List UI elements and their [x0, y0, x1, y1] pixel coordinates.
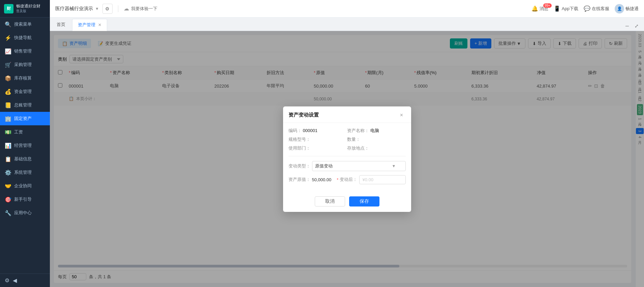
notifications-button[interactable]: 🔔 消息 99+: [531, 5, 548, 12]
sidebar-item-label: 工资: [14, 129, 23, 135]
notifications-badge: 99+: [543, 3, 552, 8]
sidebar-nav: 🔍搜索菜单⚡快捷导航📈销售管理🛒采购管理📦库存核算💰资金管理📒总账管理🏢固定资产…: [0, 18, 50, 274]
modal-location-field: 存放地点：: [347, 145, 406, 151]
modal-save-button[interactable]: 保存: [349, 196, 379, 206]
sidebar-item-label: 销售管理: [14, 48, 32, 54]
sidebar-item-quick-nav[interactable]: ⚡快捷导航: [0, 31, 50, 44]
modal-header: 资产变动设置 ×: [283, 106, 411, 123]
online-service-button[interactable]: 💬 在线客服: [584, 5, 609, 12]
required-marker: *: [337, 177, 338, 182]
sidebar-item-purchase[interactable]: 🛒采购管理: [0, 58, 50, 71]
tabbar: 首页 资产管理 ✕ ─ ⤢: [50, 18, 644, 31]
modal-asset-name-value: 电脑: [370, 128, 379, 134]
modal-overlay: 资产变动设置 × 编码： 000001 资产名称： 电脑: [50, 31, 644, 287]
modal-code-value: 000001: [303, 128, 317, 133]
user-button[interactable]: 👤 畅捷通: [615, 4, 639, 13]
modal-asset-name-field: 资产名称： 电脑: [347, 128, 406, 134]
user-avatar: 👤: [615, 4, 624, 13]
sidebar-item-operations[interactable]: 📊经营管理: [0, 139, 50, 152]
change-type-select[interactable]: 原值变动 ▼: [312, 161, 406, 171]
after-change-input[interactable]: [359, 175, 405, 184]
modal-spec-label: 规格型号：: [288, 136, 310, 142]
topbar-settings-button[interactable]: ⚙: [102, 4, 113, 14]
modal-quantity-label: 数量：: [347, 136, 360, 142]
sidebar-item-label: 库存核算: [14, 75, 32, 81]
logo-icon: 财: [4, 4, 13, 13]
company-name: 医疗器械行业演示: [55, 6, 93, 12]
sidebar-item-label: 固定资产: [14, 116, 32, 122]
sidebar-item-label: 经营管理: [14, 142, 32, 149]
tab-close-icon[interactable]: ✕: [98, 23, 101, 27]
modal-cancel-button[interactable]: 取消: [315, 196, 345, 206]
operations-icon: 📊: [5, 142, 11, 149]
change-type-row: 变动类型： 原值变动 ▼: [288, 161, 406, 171]
sidebar-footer: ⚙ ◀: [0, 274, 50, 287]
sidebar-item-beginner[interactable]: 🎯新手引导: [0, 193, 50, 206]
sidebar-item-app-center[interactable]: 🔧应用中心: [0, 206, 50, 220]
beginner-icon: 🎯: [5, 196, 11, 203]
sidebar-item-system[interactable]: ⚙️系统管理: [0, 166, 50, 179]
modal-location-label: 存放地点：: [347, 145, 369, 151]
modal-dept-field: 使用部门：: [288, 145, 347, 151]
tab-asset-mgmt[interactable]: 资产管理 ✕: [72, 19, 107, 31]
sidebar-item-search[interactable]: 🔍搜索菜单: [0, 18, 50, 31]
company-selector[interactable]: 医疗器械行业演示 ▼: [55, 6, 99, 12]
experience-button[interactable]: ☁ 我要体验一下: [124, 5, 157, 12]
sidebar-logo: 财 畅捷通好业财 普及版: [0, 0, 50, 18]
sidebar-item-inventory[interactable]: 📦库存核算: [0, 71, 50, 85]
service-icon: 💬: [584, 5, 590, 12]
sidebar-item-enterprise[interactable]: 🤝企业协同: [0, 179, 50, 193]
modal-dept-label: 使用部门：: [288, 145, 310, 151]
quick-nav-icon: ⚡: [5, 34, 11, 41]
system-icon: ⚙️: [5, 169, 11, 176]
sidebar-item-label: 总账管理: [14, 102, 32, 108]
value-row: 资产原值： 50,000.00 * 变动后：: [288, 175, 406, 184]
finance-icon: 💰: [5, 88, 11, 95]
sidebar-item-label: 采购管理: [14, 62, 32, 68]
collapse-icon[interactable]: ◀: [13, 277, 17, 284]
modal-quantity-field: 数量：: [347, 136, 406, 142]
modal-footer: 取消 保存: [283, 193, 411, 212]
basic-info-icon: 📋: [5, 156, 11, 162]
sidebar-item-label: 系统管理: [14, 169, 32, 176]
sidebar-item-label: 新手引导: [14, 196, 32, 202]
bell-icon: 🔔: [531, 5, 538, 12]
sidebar-item-sales[interactable]: 📈销售管理: [0, 44, 50, 58]
sidebar-item-label: 基础信息: [14, 156, 32, 162]
sidebar: 财 畅捷通好业财 普及版 🔍搜索菜单⚡快捷导航📈销售管理🛒采购管理📦库存核算💰资…: [0, 0, 50, 287]
sidebar-item-label: 应用中心: [14, 210, 32, 216]
tab-expand-button[interactable]: ⤢: [632, 21, 641, 31]
inventory-icon: 📦: [5, 75, 11, 82]
sidebar-item-basic-info[interactable]: 📋基础信息: [0, 152, 50, 166]
change-type-label: 变动类型：: [288, 163, 312, 169]
tab-home[interactable]: 首页: [51, 19, 71, 31]
sidebar-item-fixed-assets[interactable]: 🏢固定资产: [0, 112, 50, 125]
modal-code-field: 编码： 000001: [288, 128, 347, 134]
app-center-icon: 🔧: [5, 210, 11, 216]
modal-body: 编码： 000001 资产名称： 电脑 规格型号： 数量：: [283, 123, 411, 193]
download-icon: 📱: [554, 5, 560, 12]
after-change-label: 变动后：: [340, 177, 357, 183]
tab-minimize-button[interactable]: ─: [622, 21, 632, 31]
sales-icon: 📈: [5, 48, 11, 55]
app-download-button[interactable]: 📱 App下载: [554, 5, 578, 12]
sidebar-item-ledger[interactable]: 📒总账管理: [0, 98, 50, 112]
modal-title: 资产变动设置: [288, 112, 398, 118]
fixed-assets-icon: 🏢: [5, 115, 11, 122]
search-icon: 🔍: [5, 21, 11, 28]
original-value-label: 资产原值：: [288, 177, 312, 183]
modal-info-grid: 编码： 000001 资产名称： 电脑 规格型号： 数量：: [288, 128, 406, 156]
sidebar-item-payroll[interactable]: 💵工资: [0, 125, 50, 139]
sidebar-item-label: 资金管理: [14, 89, 32, 95]
asset-change-modal: 资产变动设置 × 编码： 000001 资产名称： 电脑: [283, 106, 411, 212]
content-area: 📋 资产明细 📝 变更生成凭证 刷账 + 新增 批量操作 ▼: [50, 31, 644, 287]
payroll-icon: 💵: [5, 129, 11, 135]
sidebar-item-finance[interactable]: 💰资金管理: [0, 85, 50, 98]
modal-code-label: 编码：: [288, 128, 302, 134]
settings-icon[interactable]: ⚙: [5, 277, 9, 284]
change-type-arrow-icon: ▼: [392, 164, 396, 168]
cloud-icon: ☁: [124, 5, 129, 12]
modal-close-button[interactable]: ×: [398, 111, 406, 119]
ledger-icon: 📒: [5, 102, 11, 108]
modal-spec-field: 规格型号：: [288, 136, 347, 142]
